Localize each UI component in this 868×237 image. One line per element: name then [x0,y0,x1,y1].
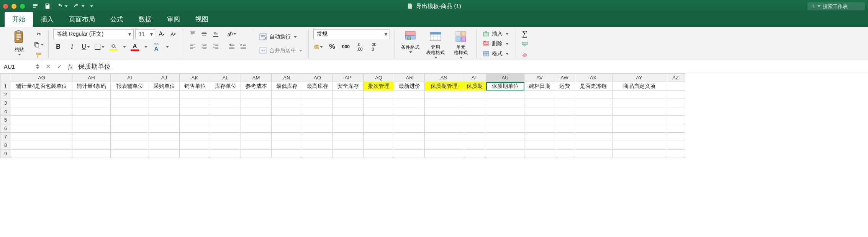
cell[interactable] [149,141,180,150]
percent-button[interactable]: % [327,42,337,51]
cell[interactable] [241,107,272,116]
cell[interactable] [666,116,685,124]
align-right-button[interactable] [211,41,221,51]
cell[interactable] [486,150,524,158]
column-header[interactable]: AM [241,74,272,82]
cell[interactable] [425,124,463,133]
cell[interactable] [333,116,364,124]
increase-decimal-button[interactable]: .0.00 [355,42,365,51]
undo-button[interactable] [56,3,68,9]
cell[interactable] [613,116,666,124]
decrease-font-button[interactable]: A▾ [168,30,178,39]
cell[interactable] [302,150,333,158]
orientation-button[interactable]: ab [227,29,237,38]
cell[interactable] [425,91,463,99]
cell[interactable] [180,116,210,124]
home-icon[interactable] [32,3,39,10]
cell[interactable] [425,116,463,124]
cell[interactable] [666,99,685,107]
cell[interactable] [364,124,394,133]
cell[interactable]: 商品自定义项 [613,82,666,91]
cell[interactable] [149,99,180,107]
cell[interactable] [463,141,486,150]
align-bottom-button[interactable] [211,29,221,38]
column-header[interactable]: AX [574,74,613,82]
cell[interactable] [486,133,524,141]
cell[interactable] [555,150,574,158]
cell[interactable] [272,141,302,150]
cell[interactable] [333,133,364,141]
cell[interactable]: 安全库存 [333,82,364,91]
cell[interactable] [11,124,72,133]
cell[interactable]: 辅计量4是否包装单位 [11,82,72,91]
cell[interactable] [272,124,302,133]
column-header[interactable]: AY [613,74,666,82]
font-color-dropdown-icon[interactable] [144,46,147,48]
cell[interactable] [111,91,149,99]
column-header[interactable]: AZ [666,74,685,82]
comma-button[interactable]: 000 [341,42,351,51]
cell[interactable]: 建档日期 [524,82,555,91]
cell[interactable] [524,141,555,150]
cell[interactable] [111,124,149,133]
cell[interactable] [180,133,210,141]
fill-color-button[interactable] [108,42,118,51]
cell[interactable] [666,91,685,99]
cell[interactable] [574,141,613,150]
cell[interactable]: 是否走冻链 [574,82,613,91]
cell[interactable] [210,124,241,133]
cell[interactable] [394,116,425,124]
cell[interactable] [302,116,333,124]
search-dropdown-icon[interactable] [817,5,821,7]
cell[interactable]: 最新进价 [394,82,425,91]
cell[interactable] [574,107,613,116]
cell[interactable] [574,124,613,133]
cell[interactable] [333,150,364,158]
cell[interactable] [394,91,425,99]
cell[interactable] [364,99,394,107]
search-box[interactable] [807,2,865,10]
minimize-window-button[interactable] [11,4,16,9]
autosum-button[interactable]: ∑ [520,29,530,38]
select-all-corner[interactable] [0,74,11,82]
cell[interactable] [555,133,574,141]
name-box-stepper[interactable] [36,64,39,69]
decrease-decimal-button[interactable]: .00.0 [368,42,378,51]
search-input[interactable] [823,3,861,9]
underline-button[interactable]: U [81,42,91,51]
cell[interactable] [463,99,486,107]
cell[interactable] [555,99,574,107]
cell[interactable] [394,141,425,150]
cell[interactable] [302,107,333,116]
cell[interactable] [72,141,111,150]
cell-style-button[interactable]: 单元 格样式 [450,29,472,59]
cell[interactable] [272,91,302,99]
cell[interactable] [180,141,210,150]
cell[interactable] [613,124,666,133]
cell[interactable] [666,124,685,133]
cell[interactable] [364,141,394,150]
cell[interactable] [11,91,72,99]
copy-button[interactable] [34,40,44,49]
font-size-select[interactable]: 11▾ [135,29,155,39]
align-middle-button[interactable] [199,29,209,38]
tab-page-layout[interactable]: 页面布局 [61,12,103,27]
cell[interactable]: 采购单位 [149,82,180,91]
increase-font-button[interactable]: A▴ [157,30,167,39]
cell[interactable] [613,91,666,99]
column-header[interactable]: AK [180,74,210,82]
cell[interactable] [666,133,685,141]
format-painter-button[interactable] [34,51,44,60]
align-left-button[interactable] [188,41,198,51]
tab-formulas[interactable]: 公式 [103,12,131,27]
formula-content[interactable]: 保质期单位 [76,62,111,71]
cell[interactable] [149,107,180,116]
cut-button[interactable]: ✂︎ [34,29,44,38]
column-header[interactable]: AL [210,74,241,82]
paste-dropdown-icon[interactable] [18,54,21,56]
cell[interactable] [666,107,685,116]
tab-data[interactable]: 数据 [131,12,159,27]
cell[interactable]: 保质期单位 [486,82,524,91]
cell[interactable] [11,141,72,150]
column-header[interactable]: AJ [149,74,180,82]
